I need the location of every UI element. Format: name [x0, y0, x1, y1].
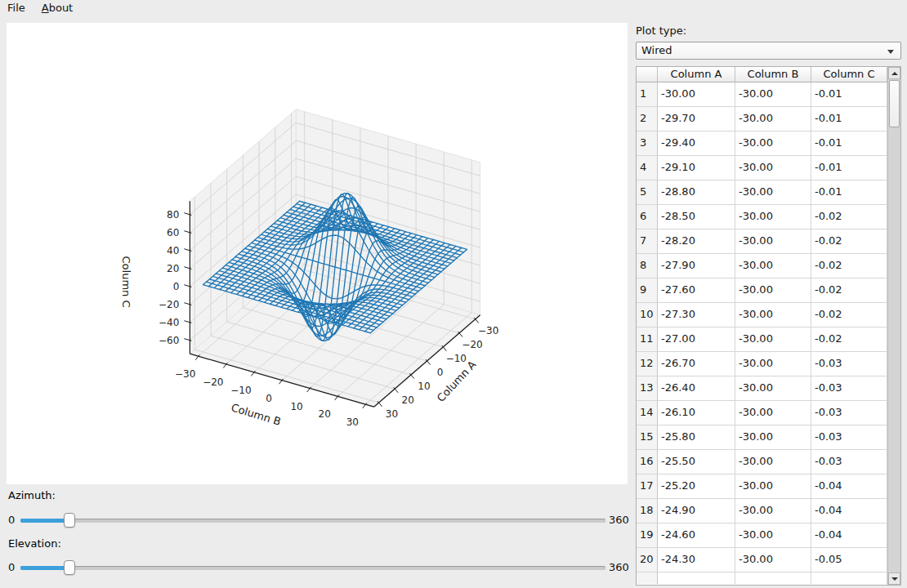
- table-cell[interactable]: -29.10: [658, 156, 735, 180]
- table-cell[interactable]: -27.60: [658, 278, 735, 303]
- table-cell[interactable]: -0.03: [811, 352, 887, 376]
- table-header-column-a[interactable]: Column A: [658, 67, 735, 82]
- table-cell[interactable]: -30.00: [735, 205, 811, 229]
- menu-about[interactable]: About: [34, 0, 81, 17]
- table-cell[interactable]: -30.00: [735, 303, 811, 327]
- plot-canvas[interactable]: −30−20−100102030−30−20−100102030−60−40−2…: [7, 23, 628, 484]
- table-cell[interactable]: -30.00: [735, 352, 811, 376]
- table-cell[interactable]: -25.80: [658, 425, 735, 450]
- row-index-cell[interactable]: 2: [637, 107, 658, 131]
- scroll-up-button[interactable]: [888, 67, 900, 79]
- table-cell[interactable]: -26.10: [658, 401, 735, 425]
- table-cell[interactable]: -0.02: [811, 254, 887, 278]
- table-cell[interactable]: -30.00: [735, 327, 811, 352]
- table-cell[interactable]: -0.02: [811, 205, 887, 229]
- row-index-cell[interactable]: 11: [637, 327, 658, 352]
- row-index-cell[interactable]: 20: [637, 548, 658, 572]
- row-index-cell[interactable]: 19: [637, 523, 658, 548]
- table-cell[interactable]: -30.00: [735, 107, 811, 131]
- row-index-cell[interactable]: 17: [637, 474, 658, 499]
- table-cell[interactable]: -30.00: [735, 229, 811, 254]
- azimuth-slider-handle[interactable]: [64, 513, 75, 528]
- row-index-cell[interactable]: 13: [637, 376, 658, 401]
- table-cell[interactable]: -30.00: [735, 180, 811, 205]
- scroll-down-button[interactable]: [888, 572, 900, 585]
- table-cell[interactable]: -0.03: [811, 376, 887, 401]
- row-index-cell[interactable]: 12: [637, 352, 658, 376]
- row-index-cell[interactable]: [637, 572, 658, 584]
- table-cell[interactable]: -24.30: [658, 548, 735, 572]
- row-index-cell[interactable]: 5: [637, 180, 658, 205]
- table-cell[interactable]: -30.00: [735, 401, 811, 425]
- row-index-cell[interactable]: 15: [637, 425, 658, 450]
- table-cell[interactable]: -30.00: [735, 523, 811, 548]
- table-cell[interactable]: -0.04: [811, 474, 887, 499]
- table-cell[interactable]: -26.70: [658, 352, 735, 376]
- table-vertical-scrollbar[interactable]: [887, 67, 900, 585]
- row-index-cell[interactable]: 18: [637, 499, 658, 523]
- table-cell[interactable]: -30.00: [735, 474, 811, 499]
- table-cell[interactable]: -30.00: [735, 254, 811, 278]
- table-cell[interactable]: -24.60: [658, 523, 735, 548]
- table-cell[interactable]: [735, 572, 811, 584]
- table-cell[interactable]: -25.20: [658, 474, 735, 499]
- table-cell[interactable]: -28.20: [658, 229, 735, 254]
- row-index-cell[interactable]: 6: [637, 205, 658, 229]
- table-header-column-b[interactable]: Column B: [735, 67, 811, 82]
- table-cell[interactable]: -27.90: [658, 254, 735, 278]
- table-cell[interactable]: -0.04: [811, 523, 887, 548]
- table-cell[interactable]: [658, 572, 735, 584]
- table-cell[interactable]: -30.00: [735, 376, 811, 401]
- table-cell[interactable]: -0.03: [811, 450, 887, 474]
- table-cell[interactable]: -0.02: [811, 327, 887, 352]
- table-cell[interactable]: -0.01: [811, 156, 887, 180]
- row-index-cell[interactable]: 4: [637, 156, 658, 180]
- row-index-cell[interactable]: 1: [637, 82, 658, 107]
- table-header-column-c[interactable]: Column C: [811, 67, 887, 82]
- elevation-slider[interactable]: [20, 559, 605, 576]
- table-cell[interactable]: -29.70: [658, 107, 735, 131]
- table-cell[interactable]: -0.01: [811, 107, 887, 131]
- table-cell[interactable]: -0.02: [811, 229, 887, 254]
- table-cell[interactable]: -0.03: [811, 401, 887, 425]
- table-cell[interactable]: -30.00: [735, 548, 811, 572]
- table-cell[interactable]: -0.01: [811, 180, 887, 205]
- table-cell[interactable]: [811, 572, 887, 584]
- row-index-cell[interactable]: 8: [637, 254, 658, 278]
- table-cell[interactable]: -29.40: [658, 131, 735, 156]
- menu-file[interactable]: File: [0, 0, 34, 17]
- table-cell[interactable]: -27.30: [658, 303, 735, 327]
- table-cell[interactable]: -28.80: [658, 180, 735, 205]
- table-cell[interactable]: -0.02: [811, 303, 887, 327]
- elevation-slider-handle[interactable]: [64, 560, 75, 575]
- table-cell[interactable]: -30.00: [735, 499, 811, 523]
- table-cell[interactable]: -30.00: [735, 131, 811, 156]
- azimuth-slider-track[interactable]: [20, 519, 605, 523]
- row-index-cell[interactable]: 16: [637, 450, 658, 474]
- table-cell[interactable]: -0.03: [811, 425, 887, 450]
- row-index-cell[interactable]: 10: [637, 303, 658, 327]
- table-cell[interactable]: -24.90: [658, 499, 735, 523]
- table-cell[interactable]: -30.00: [735, 425, 811, 450]
- table-cell[interactable]: -30.00: [735, 278, 811, 303]
- table-cell[interactable]: -30.00: [735, 82, 811, 107]
- row-index-cell[interactable]: 9: [637, 278, 658, 303]
- table-cell[interactable]: -0.05: [811, 548, 887, 572]
- table-cell[interactable]: -0.01: [811, 82, 887, 107]
- azimuth-slider[interactable]: [20, 512, 605, 528]
- table-corner-header[interactable]: [637, 67, 658, 82]
- table-cell[interactable]: -0.02: [811, 278, 887, 303]
- table-cell[interactable]: -0.01: [811, 131, 887, 156]
- table-cell[interactable]: -30.00: [658, 82, 735, 107]
- scrollbar-thumb[interactable]: [889, 80, 900, 127]
- table-cell[interactable]: -25.50: [658, 450, 735, 474]
- table-cell[interactable]: -28.50: [658, 205, 735, 229]
- row-index-cell[interactable]: 14: [637, 401, 658, 425]
- table-cell[interactable]: -30.00: [735, 450, 811, 474]
- plot-type-combobox[interactable]: Wired: [636, 42, 901, 60]
- elevation-slider-track[interactable]: [20, 566, 605, 570]
- table-cell[interactable]: -0.04: [811, 499, 887, 523]
- row-index-cell[interactable]: 7: [637, 229, 658, 254]
- table-cell[interactable]: -26.40: [658, 376, 735, 401]
- table-cell[interactable]: -30.00: [735, 156, 811, 180]
